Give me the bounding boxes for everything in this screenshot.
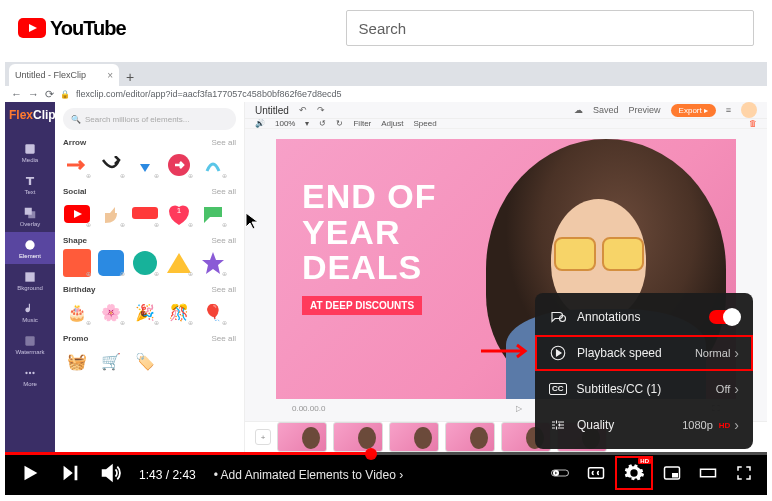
highlight-arrow-icon bbox=[479, 341, 535, 361]
sidebar-item-element: Element bbox=[5, 232, 55, 264]
quality-value: 1080p bbox=[682, 419, 713, 431]
youtube-logo[interactable]: YouTube bbox=[18, 17, 126, 40]
see-all-link: See all bbox=[212, 334, 236, 343]
youtube-brand-text: YouTube bbox=[50, 17, 126, 40]
tab-close-icon: × bbox=[107, 70, 113, 81]
settings-quality[interactable]: Quality 1080pHD› bbox=[535, 407, 753, 443]
promo-element: 🏷️ bbox=[131, 347, 159, 375]
promo-tag: AT DEEP DISCOUNTS bbox=[302, 296, 422, 315]
sidebar-item-watermark: Watermark bbox=[5, 328, 55, 360]
settings-button[interactable]: HD bbox=[623, 462, 645, 488]
birthday-element: 🎈⊕ bbox=[199, 298, 227, 326]
sidebar-item-media: Media bbox=[5, 136, 55, 168]
svg-rect-12 bbox=[132, 207, 158, 219]
see-all-link: See all bbox=[212, 236, 236, 245]
annotations-toggle[interactable] bbox=[709, 310, 739, 324]
browser-chrome: Untitled - FlexClip × + ← → ⟳ 🔒 flexclip… bbox=[5, 62, 767, 102]
section-shape-title: Shape bbox=[63, 236, 87, 245]
section-birthday-title: Birthday bbox=[63, 285, 95, 294]
search-input[interactable]: Search bbox=[346, 10, 754, 46]
canvas-time: 0.00.00.0 bbox=[292, 404, 325, 413]
address-url: flexclip.com/editor/app?id=aacf3fa177057… bbox=[76, 89, 341, 99]
section-promo-title: Promo bbox=[63, 334, 88, 343]
canvas-play-icon: ▷ bbox=[516, 404, 522, 413]
social-element: ⊕ bbox=[131, 200, 159, 228]
shape-element: ⊕ bbox=[63, 249, 91, 277]
arrow-element: ⊕ bbox=[97, 151, 125, 179]
svg-rect-3 bbox=[28, 211, 35, 218]
svg-point-7 bbox=[25, 371, 27, 373]
play-button[interactable] bbox=[19, 462, 41, 488]
chevron-right-icon: › bbox=[734, 345, 739, 361]
hd-badge: HD bbox=[719, 421, 731, 430]
flexclip-sidebar: Media Text Overlay Element Bkground Musi… bbox=[5, 102, 55, 452]
subtitles-value: Off bbox=[716, 383, 730, 395]
svg-point-4 bbox=[25, 240, 34, 249]
youtube-header: YouTube Search bbox=[0, 0, 772, 56]
annotations-icon bbox=[549, 308, 567, 326]
shape-element: ⊕ bbox=[131, 249, 159, 277]
see-all-link: See all bbox=[212, 187, 236, 196]
back-icon: ← bbox=[11, 88, 22, 101]
promo-grid: 🧺 🛒 🏷️ bbox=[63, 347, 236, 375]
flexclip-topbar: Untitled ↶ ↷ ☁ Saved Preview Export▸ ≡ bbox=[245, 102, 767, 119]
browser-tab: Untitled - FlexClip × bbox=[9, 64, 119, 86]
svg-point-9 bbox=[32, 371, 34, 373]
annotations-label: Annotations bbox=[577, 310, 699, 324]
promo-text: END OF YEAR DEALS AT DEEP DISCOUNTS bbox=[302, 179, 436, 315]
social-element: ⊕ bbox=[63, 200, 91, 228]
birthday-grid: 🎂⊕ 🌸⊕ 🎉⊕ 🎊⊕ 🎈⊕ bbox=[63, 298, 236, 326]
svg-text:1: 1 bbox=[177, 206, 182, 215]
see-all-link: See all bbox=[212, 138, 236, 147]
settings-subtitles[interactable]: CC Subtitles/CC (1) Off› bbox=[535, 371, 753, 407]
see-all-link: See all bbox=[212, 285, 236, 294]
sidebar-item-text: Text bbox=[5, 168, 55, 200]
cc-button[interactable] bbox=[587, 464, 605, 486]
rotate-right-icon: ↻ bbox=[336, 119, 343, 128]
svg-rect-22 bbox=[672, 473, 678, 478]
arrow-element: ⊕ bbox=[63, 151, 91, 179]
settings-playback-speed[interactable]: Playback speed Normal› bbox=[535, 335, 753, 371]
settings-annotations[interactable]: Annotations bbox=[535, 299, 753, 335]
adjust-button: Adjust bbox=[381, 119, 403, 128]
hd-badge: HD bbox=[638, 458, 651, 464]
theater-button[interactable] bbox=[699, 464, 717, 486]
search-placeholder: Search bbox=[359, 20, 407, 37]
timeline-add: + bbox=[255, 429, 271, 445]
svg-rect-6 bbox=[25, 336, 34, 345]
tab-title: Untitled - FlexClip bbox=[15, 70, 86, 80]
section-arrow-title: Arrow bbox=[63, 138, 86, 147]
quality-label: Quality bbox=[577, 418, 672, 432]
search-icon: 🔍 bbox=[71, 115, 81, 124]
sidebar-item-music: Music bbox=[5, 296, 55, 328]
autoplay-toggle[interactable] bbox=[551, 464, 569, 486]
cc-icon: CC bbox=[549, 383, 567, 395]
shape-element: ⊕ bbox=[199, 249, 227, 277]
volume-button[interactable] bbox=[99, 462, 121, 488]
chevron-right-icon: › bbox=[734, 381, 739, 397]
next-button[interactable] bbox=[59, 462, 81, 488]
quality-icon bbox=[549, 416, 567, 434]
miniplayer-button[interactable] bbox=[663, 464, 681, 486]
nav-icons: ← → ⟳ bbox=[11, 88, 54, 101]
social-grid: ⊕ ⊕ ⊕ 1⊕ ⊕ bbox=[63, 200, 236, 228]
fullscreen-button[interactable] bbox=[735, 464, 753, 486]
forward-icon: → bbox=[28, 88, 39, 101]
svg-rect-1 bbox=[25, 144, 34, 153]
export-button: Export▸ bbox=[671, 104, 716, 117]
social-element: ⊕ bbox=[199, 200, 227, 228]
reload-icon: ⟳ bbox=[45, 88, 54, 101]
speed-button: Speed bbox=[413, 119, 436, 128]
chapter-title[interactable]: • Add Animated Elements to Video › bbox=[214, 468, 403, 482]
saved-status: Saved bbox=[593, 105, 619, 115]
timeline-clip bbox=[277, 422, 327, 452]
settings-menu[interactable]: Annotations Playback speed Normal› CC Su… bbox=[535, 293, 753, 449]
svg-rect-23 bbox=[701, 469, 716, 477]
playback-speed-value: Normal bbox=[695, 347, 730, 359]
promo-element: 🛒 bbox=[97, 347, 125, 375]
playback-speed-label: Playback speed bbox=[577, 346, 685, 360]
project-name: Untitled bbox=[255, 105, 289, 116]
birthday-element: 🎂⊕ bbox=[63, 298, 91, 326]
undo-icon: ↶ bbox=[299, 105, 307, 115]
birthday-element: 🌸⊕ bbox=[97, 298, 125, 326]
